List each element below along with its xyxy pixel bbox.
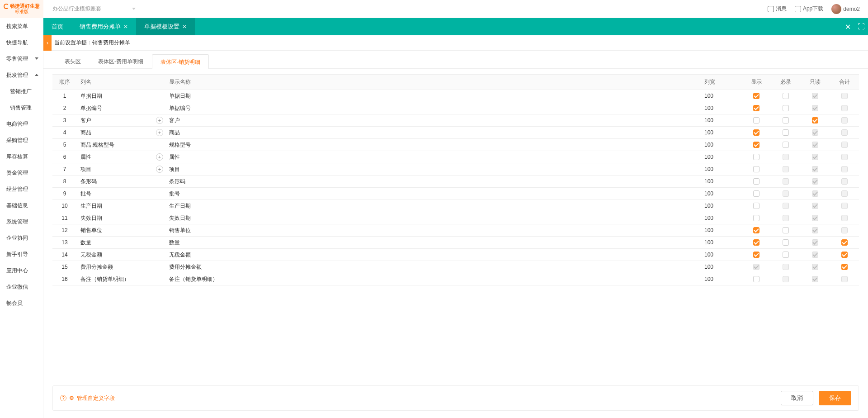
sidebar-item-6[interactable]: 电商管理 bbox=[0, 116, 43, 132]
cell-display-name[interactable]: 批号 bbox=[165, 188, 701, 200]
inner-tab-1[interactable]: 表体区-费用单明细 bbox=[90, 54, 152, 68]
cell-width[interactable]: 100 bbox=[701, 200, 741, 212]
cell-display-name[interactable]: 无税金额 bbox=[165, 249, 701, 261]
checkbox[interactable] bbox=[753, 129, 760, 136]
checkbox[interactable] bbox=[783, 239, 789, 246]
checkbox[interactable] bbox=[841, 252, 848, 258]
tab-2[interactable]: 单据模板设置✕ bbox=[136, 18, 195, 35]
cell-display-name[interactable]: 商品 bbox=[165, 127, 701, 139]
checkbox[interactable] bbox=[753, 276, 760, 282]
checkbox[interactable] bbox=[753, 239, 760, 246]
cell-display-name[interactable]: 单据编号 bbox=[165, 102, 701, 114]
cell-width[interactable]: 100 bbox=[701, 261, 741, 273]
checkbox[interactable] bbox=[783, 252, 789, 258]
cell-width[interactable]: 100 bbox=[701, 90, 741, 102]
messages-button[interactable]: 消息 bbox=[768, 5, 787, 13]
cell-width[interactable]: 100 bbox=[701, 139, 741, 151]
tab-close-all[interactable]: ✕ bbox=[841, 18, 854, 35]
checkbox[interactable] bbox=[753, 178, 760, 185]
close-icon[interactable]: ✕ bbox=[182, 24, 187, 30]
account-set-selector[interactable]: 办公品行业模拟账套 bbox=[52, 5, 136, 13]
checkbox[interactable] bbox=[783, 117, 789, 124]
cell-width[interactable]: 100 bbox=[701, 273, 741, 285]
sidebar-item-11[interactable]: 基础信息 bbox=[0, 197, 43, 214]
cell-width[interactable]: 100 bbox=[701, 249, 741, 261]
user-menu[interactable]: demo2 bbox=[831, 4, 860, 14]
sidebar-item-0[interactable]: 搜索菜单 bbox=[0, 18, 43, 34]
cell-width[interactable]: 100 bbox=[701, 163, 741, 176]
checkbox[interactable] bbox=[753, 215, 760, 221]
checkbox[interactable] bbox=[753, 190, 760, 197]
checkbox[interactable] bbox=[753, 227, 760, 233]
sidebar-item-16[interactable]: 企业微信 bbox=[0, 279, 43, 295]
sidebar-item-1[interactable]: 快捷导航 bbox=[0, 34, 43, 51]
checkbox[interactable] bbox=[753, 154, 760, 160]
checkbox[interactable] bbox=[753, 166, 760, 172]
cell-display-name[interactable]: 生产日期 bbox=[165, 200, 701, 212]
expand-icon[interactable]: + bbox=[156, 153, 163, 161]
expand-icon[interactable]: + bbox=[156, 117, 163, 124]
save-button[interactable]: 保存 bbox=[819, 391, 851, 405]
checkbox bbox=[812, 142, 818, 148]
collapse-sidebar-button[interactable]: › bbox=[43, 35, 52, 51]
cell-width[interactable]: 100 bbox=[701, 114, 741, 127]
sidebar-item-3[interactable]: 批发管理 bbox=[0, 67, 43, 83]
app-download-button[interactable]: App下载 bbox=[795, 5, 823, 13]
sidebar-item-13[interactable]: 企业协同 bbox=[0, 230, 43, 246]
checkbox[interactable] bbox=[753, 105, 760, 111]
checkbox[interactable] bbox=[783, 93, 789, 99]
sidebar-item-10[interactable]: 经营管理 bbox=[0, 181, 43, 197]
cell-width[interactable]: 100 bbox=[701, 237, 741, 249]
inner-tab-0[interactable]: 表头区 bbox=[56, 54, 90, 68]
checkbox[interactable] bbox=[783, 129, 789, 136]
close-icon[interactable]: ✕ bbox=[123, 24, 128, 30]
cell-display-name[interactable]: 单据日期 bbox=[165, 90, 701, 102]
sidebar-item-4[interactable]: 营销推广 bbox=[0, 83, 43, 100]
expand-icon[interactable]: + bbox=[156, 166, 163, 173]
cell-width[interactable]: 100 bbox=[701, 102, 741, 114]
manage-custom-fields-link[interactable]: ? ⚙ 管理自定义字段 bbox=[60, 394, 115, 402]
cell-display-name[interactable]: 失效日期 bbox=[165, 212, 701, 224]
cell-width[interactable]: 100 bbox=[701, 212, 741, 224]
cell-width[interactable]: 100 bbox=[701, 188, 741, 200]
cell-display-name[interactable]: 备注（销货单明细） bbox=[165, 273, 701, 285]
cell-display-name[interactable]: 客户 bbox=[165, 114, 701, 127]
cell-display-name[interactable]: 数量 bbox=[165, 237, 701, 249]
checkbox[interactable] bbox=[783, 227, 789, 233]
checkbox[interactable] bbox=[753, 93, 760, 99]
sidebar-item-12[interactable]: 系统管理 bbox=[0, 214, 43, 230]
sidebar-item-15[interactable]: 应用中心 bbox=[0, 262, 43, 279]
cell-display-name[interactable]: 项目 bbox=[165, 163, 701, 176]
cell-width[interactable]: 100 bbox=[701, 176, 741, 188]
checkbox[interactable] bbox=[783, 105, 789, 111]
sidebar-item-8[interactable]: 库存核算 bbox=[0, 148, 43, 165]
sidebar-item-2[interactable]: 零售管理 bbox=[0, 51, 43, 67]
checkbox[interactable] bbox=[783, 142, 789, 148]
cell-display-name[interactable]: 费用分摊金额 bbox=[165, 261, 701, 273]
cell-display-name[interactable]: 属性 bbox=[165, 151, 701, 163]
tab-fullscreen[interactable]: ⛶ bbox=[854, 18, 868, 35]
checkbox[interactable] bbox=[753, 142, 760, 148]
sidebar-item-5[interactable]: 销售管理 bbox=[0, 100, 43, 116]
sidebar-item-9[interactable]: 资金管理 bbox=[0, 165, 43, 181]
checkbox[interactable] bbox=[841, 239, 848, 246]
cell-width[interactable]: 100 bbox=[701, 151, 741, 163]
cell-display-name[interactable]: 条形码 bbox=[165, 176, 701, 188]
checkbox[interactable] bbox=[753, 252, 760, 258]
inner-tab-2[interactable]: 表体区-销货明细 bbox=[152, 54, 209, 69]
cell-display-name[interactable]: 销售单位 bbox=[165, 224, 701, 237]
cancel-button[interactable]: 取消 bbox=[781, 391, 813, 405]
sidebar-item-14[interactable]: 新手引导 bbox=[0, 246, 43, 262]
cell-width[interactable]: 100 bbox=[701, 224, 741, 237]
sidebar-item-7[interactable]: 采购管理 bbox=[0, 132, 43, 148]
checkbox[interactable] bbox=[841, 264, 848, 270]
checkbox[interactable] bbox=[812, 117, 818, 124]
tab-1[interactable]: 销售费用分摊单✕ bbox=[71, 18, 136, 35]
checkbox[interactable] bbox=[753, 203, 760, 209]
checkbox[interactable] bbox=[753, 117, 760, 124]
tab-0[interactable]: 首页 bbox=[43, 18, 71, 35]
cell-width[interactable]: 100 bbox=[701, 127, 741, 139]
cell-display-name[interactable]: 规格型号 bbox=[165, 139, 701, 151]
sidebar-item-17[interactable]: 畅会员 bbox=[0, 295, 43, 311]
expand-icon[interactable]: + bbox=[156, 129, 163, 136]
